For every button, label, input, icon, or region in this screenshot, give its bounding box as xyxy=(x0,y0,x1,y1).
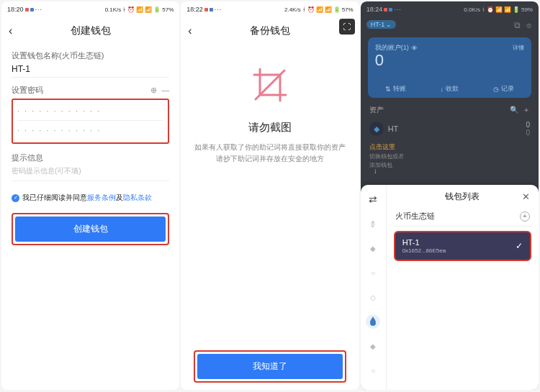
signal-icon: 📶 xyxy=(136,6,143,13)
chain-icon[interactable]: ○ xyxy=(366,363,380,378)
token-row[interactable]: ◆ HT 00 xyxy=(369,121,530,137)
bluetooth-icon: ᚼ xyxy=(302,6,306,13)
status-net: 0.1K/s xyxy=(105,6,122,13)
agree-row[interactable]: ✓ 我已仔细阅读并同意 服务条例 及 隐私条款 xyxy=(12,193,169,203)
details-link[interactable]: 详情 xyxy=(513,44,524,52)
balance-value: 0 xyxy=(375,51,524,70)
i-know-button[interactable]: 我知道了 xyxy=(197,354,342,379)
search-icon[interactable]: 🔍 xyxy=(510,106,518,114)
chain-icon[interactable]: ◇ xyxy=(366,290,380,304)
bluetooth-icon: ᚼ xyxy=(482,6,485,13)
eye-off-icon[interactable]: ⊕ — xyxy=(150,86,169,95)
status-time: 18:20 xyxy=(7,6,24,13)
chain-huobi-icon[interactable] xyxy=(366,314,380,329)
status-dot xyxy=(25,8,29,12)
page-title: 备份钱包 xyxy=(250,24,290,37)
status-time: 18:24 xyxy=(366,6,383,13)
back-icon[interactable]: ‹ xyxy=(188,24,192,37)
add-wallet-icon[interactable]: + xyxy=(520,211,530,222)
alarm-icon: ⏰ xyxy=(127,6,135,13)
status-dot xyxy=(384,8,387,12)
no-screenshot-icon xyxy=(250,65,290,105)
chain-icon[interactable]: ○ xyxy=(366,265,380,280)
battery-icon: 🔋 xyxy=(333,6,341,13)
chain-section-header: 火币生态链 + xyxy=(394,208,531,227)
status-bar: 18:24 ··· 0.0K/s ᚼ ⏰ 📶 📶 🔋 59% xyxy=(361,1,539,17)
screen-create-wallet: 18:20 ··· 0.1K/s ᚼ ⏰ 📶 📶 🔋 57% ‹ 创建钱包 设置… xyxy=(1,1,179,390)
check-icon: ✓ xyxy=(516,241,523,251)
screen-backup-wallet: 18:22 ··· 2.4K/s ᚼ ⏰ 📶 📶 🔋 57% ⛶ ‹ 备份钱包 … xyxy=(181,1,359,390)
wallet-list-sheet: ⇄ ₿ ◆ ○ ◇ ◆ ○ 钱包列表 ✕ 火币生态链 + HT-1 0x1652… xyxy=(361,185,539,390)
status-net: 2.4K/s xyxy=(284,6,301,13)
record-icon: ◷ xyxy=(493,86,499,93)
tip-callout: 点击这里 切换钱包或者 添加钱包 xyxy=(369,142,404,169)
chain-nav: ⇄ ₿ ◆ ○ ◇ ◆ ○ xyxy=(361,185,387,390)
tip-title: 点击这里 xyxy=(369,142,404,152)
back-icon[interactable]: ‹ xyxy=(9,24,12,37)
status-bar: 18:22 ··· 2.4K/s ᚼ ⏰ 📶 📶 🔋 57% xyxy=(181,1,359,17)
assets-header: 资产 🔍 ＋ xyxy=(369,105,530,115)
ht-icon: ◆ xyxy=(369,122,384,136)
receive-button[interactable]: ↓收款 xyxy=(441,84,459,94)
no-screenshot-desc: 如果有人获取了你的助记词将直接获取你的资产 请抄下助记词并存放在安全的地方 xyxy=(194,142,346,165)
wallet-tag[interactable]: HT-1⌄ xyxy=(366,20,397,29)
chain-name: 火币生态链 xyxy=(395,211,435,222)
scan-icon[interactable]: ⧉ xyxy=(514,20,521,30)
agree-and: 及 xyxy=(116,193,123,203)
hint-label: 提示信息 xyxy=(12,152,169,163)
wallet-name-label: 设置钱包名称(火币生态链) xyxy=(12,50,169,61)
record-button[interactable]: ◷记录 xyxy=(493,84,514,94)
status-more-icon: ··· xyxy=(394,6,402,13)
alarm-icon: ⏰ xyxy=(307,6,315,13)
chain-icon[interactable]: ◆ xyxy=(366,339,380,353)
alarm-icon: ⏰ xyxy=(487,6,494,13)
wallet-item-name: HT-1 xyxy=(402,238,446,247)
chain-eth-icon[interactable]: ◆ xyxy=(366,241,380,255)
battery-icon: 🔋 xyxy=(153,6,161,13)
agree-text: 我已仔细阅读并同意 xyxy=(22,193,87,203)
token-balance: 0 xyxy=(526,121,530,129)
receive-icon: ↓ xyxy=(441,86,444,93)
password-confirm-input[interactable]: · · · · · · · · · · · · xyxy=(17,121,163,140)
status-time: 18:22 xyxy=(186,6,203,13)
close-icon[interactable]: ✕ xyxy=(522,191,530,202)
terms-link[interactable]: 服务条例 xyxy=(87,193,116,203)
signal-icon: 📶 xyxy=(316,6,323,13)
nav-bar: ‹ 创建钱包 xyxy=(1,17,179,45)
token-sub: 0 xyxy=(526,129,530,137)
wallet-name-input[interactable]: HT-1 xyxy=(12,64,169,78)
agree-check-icon[interactable]: ✓ xyxy=(12,194,19,202)
status-dot xyxy=(210,8,213,12)
status-battery: 57% xyxy=(162,6,174,13)
create-button-highlight: 创建钱包 xyxy=(12,213,169,245)
transfer-icon: ⇅ xyxy=(385,86,391,93)
wallet-item-selected[interactable]: HT-1 0x1652...86E5ea ✓ xyxy=(394,231,531,261)
status-dot xyxy=(389,8,392,12)
create-wallet-button[interactable]: 创建钱包 xyxy=(15,216,166,242)
known-button-highlight: 我知道了 xyxy=(194,350,346,383)
password-input[interactable]: · · · · · · · · · · · · xyxy=(17,101,163,121)
transfer-button[interactable]: ⇅转账 xyxy=(385,84,406,94)
arrow-down-icon: ↓ xyxy=(374,167,377,175)
eye-icon[interactable]: 👁 xyxy=(411,45,418,52)
wifi-icon: 📶 xyxy=(325,6,332,13)
chain-btc-icon[interactable]: ₿ xyxy=(366,216,380,231)
wifi-icon: 📶 xyxy=(504,6,511,13)
password-label: 设置密码 xyxy=(12,85,43,96)
qr-icon[interactable]: ⌾ xyxy=(526,20,531,30)
signal-icon: 📶 xyxy=(495,6,503,13)
password-section-highlight: · · · · · · · · · · · · · · · · · · · · … xyxy=(12,99,169,144)
status-net: 0.0K/s xyxy=(464,6,480,13)
screen-wallet-list: 18:24 ··· 0.0K/s ᚼ ⏰ 📶 📶 🔋 59% HT-1⌄ ⧉ ⌾… xyxy=(361,1,539,390)
hint-input[interactable]: 密码提示信息(可不填) xyxy=(12,166,169,181)
wallet-switch-icon[interactable]: ⇄ xyxy=(366,192,380,206)
chevron-down-icon: ⌄ xyxy=(386,21,392,28)
assets-label: 资产 xyxy=(369,105,384,115)
status-battery: 57% xyxy=(342,6,354,13)
wifi-icon: 📶 xyxy=(145,6,152,13)
privacy-link[interactable]: 隐私条款 xyxy=(123,193,152,203)
sheet-header: 钱包列表 ✕ xyxy=(394,185,531,208)
add-icon[interactable]: ＋ xyxy=(523,106,530,114)
status-dot xyxy=(30,8,34,12)
tip-sub1: 切换钱包或者 xyxy=(369,152,404,160)
